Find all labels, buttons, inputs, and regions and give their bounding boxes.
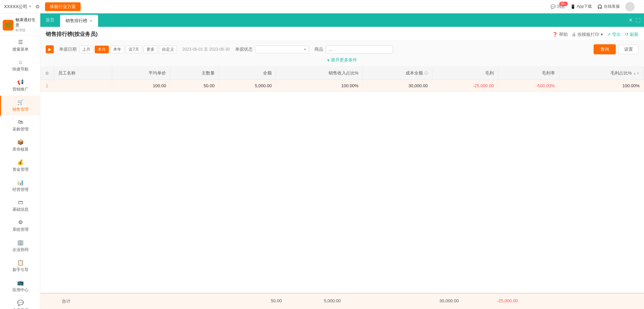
footer-gross-rate [522,296,581,306]
export-icon: ↗ [607,32,611,37]
cell-name [54,80,112,92]
message-button[interactable]: 💬 消息 99+ [551,4,565,9]
col-settings[interactable]: ⚙ [40,67,54,80]
table-footer: 合计 50.00 5,000.00 30,000.00 -25,000.00 [40,293,644,309]
refresh-label: 刷新 [630,32,639,38]
sidebar-label-guide: 新手引导 [12,267,29,273]
table-header-row: ⚙ 员工名称 平均单价 主数量 全额 销售收入占比% 成本全额 ⓘ 毛利 毛利率… [40,67,644,80]
col-name: 员工名称 [54,67,112,80]
message-icon: 💬 [551,4,556,9]
date-btn-7days[interactable]: 近7天 [126,46,142,53]
sidebar-item-quick-nav[interactable]: ⌂ 快捷导航 [0,56,40,75]
goods-label: 商品 [314,46,323,52]
export-button[interactable]: ↗ 导出 [607,32,621,38]
sidebar-item-search-order[interactable]: ☰ 搜索菜单 [0,36,40,56]
app-label: App下载 [577,4,592,9]
company-selector[interactable]: XXXXX公司 ▾ [4,4,31,10]
cell-rank: 1 [40,80,54,92]
template-print-button[interactable]: 🖨 按模板打印 ▾ [572,32,603,38]
sidebar-item-app-center[interactable]: 📺 应用中心 [0,276,40,296]
refresh-icon: ↺ [625,32,629,37]
sidebar-item-inventory[interactable]: 📦 库存核算 [0,136,40,156]
sidebar-item-basics[interactable]: 🗃 基础信息 [0,196,40,216]
date-btn-this-year[interactable]: 本年 [110,46,124,53]
page-title: 销售排行榜(按业务员) [46,31,98,38]
date-btn-last-month[interactable]: 上月 [79,46,93,53]
filter-setting-button[interactable]: 设置 [618,44,639,54]
footer-total: 5,000.00 [286,296,345,306]
sidebar-item-sales[interactable]: 🛒 销售管理 [0,96,40,116]
filter-goods: 商品 ... [314,45,393,54]
cell-sales-ratio: 100.00% [276,80,363,92]
refresh-button[interactable]: ↺ 刷新 [625,32,639,38]
help-label: 帮助 [559,32,568,38]
settings-icon[interactable]: ⚙ [35,4,40,10]
avatar[interactable] [625,2,635,11]
tab-close-icon[interactable]: ✕ [89,19,92,23]
footer-total-label: 合计 [58,296,168,306]
sidebar-label-search: 搜索菜单 [12,47,29,52]
sidebar-label-inventory: 库存核算 [12,147,29,152]
date-btn-more[interactable]: 更多 [143,46,158,53]
cost-info-icon[interactable]: ⓘ [424,71,428,75]
sidebar-label-sales: 销售管理 [12,107,29,112]
footer-gross-ratio [581,296,640,306]
sidebar-label-enterprise: 企业协同 [12,247,29,253]
col-cost-total: 成本全额 ⓘ [363,67,432,80]
table-area: ⚙ 员工名称 平均单价 主数量 全额 销售收入占比% 成本全额 ⓘ 毛利 毛利率… [40,67,644,293]
date-btn-this-month[interactable]: 本月 [95,46,109,53]
cell-gross-ratio: 100.00% [559,80,644,92]
tab-sales-rank-label: 销售排行榜 [66,18,87,24]
tab-close-all-icon[interactable]: ✕ [629,17,633,23]
sidebar-label-finance: 资金管理 [12,167,29,172]
tab-home-label: 首页 [46,17,54,23]
sidebar-logo: 🌿 畅康通好生意 标准版 [0,13,40,36]
content-area: 首页 销售排行榜 ✕ ✕ ⛶ 销售排行榜(按业务员) ❓ 帮助 [40,13,644,309]
sidebar-item-wechat[interactable]: 💬 企业微信 [0,296,40,309]
sidebar-label-wechat: 企业微信 [12,307,29,309]
filter-arrow-icon[interactable]: ▶ [46,45,54,53]
cell-gross: -25,000.00 [432,80,498,92]
top-bar-right: 💬 消息 99+ 📱 App下载 🎧 在线客服 [551,2,640,11]
sidebar-label-basics: 基础信息 [12,207,29,212]
help-button[interactable]: ❓ 帮助 [552,32,568,38]
footer-avg-price [168,296,227,306]
goods-select[interactable]: ... [326,45,393,54]
sidebar-item-enterprise[interactable]: 🏢 企业协同 [0,236,40,256]
query-button[interactable]: 查询 [594,44,616,54]
inventory-icon: 📦 [17,139,24,145]
sidebar-item-finance[interactable]: 💰 资金管理 [0,156,40,176]
sidebar-item-purchase[interactable]: 🛍 采购管理 [0,116,40,136]
template-print-label: 按模板打印 [577,32,599,38]
sidebar-item-operations[interactable]: 📊 经营管理 [0,176,40,196]
expand-icon: ▾ [327,58,330,63]
col-avg-price: 平均单价 [112,67,170,80]
service-button[interactable]: 🎧 在线客服 [597,4,620,9]
sidebar-item-system[interactable]: ⚙ 系统管理 [0,216,40,236]
trial-button[interactable]: 体验行业方案 [45,2,81,11]
expand-filters-button[interactable]: ▾ 展开更多条件 [327,57,357,63]
status-select[interactable]: ▾ [255,46,309,53]
tab-bar: 首页 销售排行榜 ✕ ✕ ⛶ [40,13,644,27]
sidebar-item-guide[interactable]: 📋 新手引导 [0,256,40,276]
status-label: 单据状态 [235,46,253,52]
filter-status: 单据状态 ▾ [235,46,309,53]
tab-expand-icon[interactable]: ⛶ [636,17,641,23]
table-row: 1 100.00 50.00 5,000.00 100.00% 30,000.0… [40,80,644,92]
sidebar: 🌿 畅康通好生意 标准版 ☰ 搜索菜单 ⌂ 快捷导航 📢 营销推广 🛒 销售管理… [0,13,40,309]
date-btn-custom[interactable]: 自定义 [159,46,177,53]
sidebar-item-marketing[interactable]: 📢 营销推广 [0,75,40,96]
basics-icon: 🗃 [18,199,23,205]
sidebar-label-app-center: 应用中心 [12,287,29,293]
app-download-button[interactable]: 📱 App下载 [570,4,592,9]
tab-sales-rank[interactable]: 销售排行榜 ✕ [60,15,98,27]
sidebar-label-quick-nav: 快捷导航 [12,66,29,72]
filter-right-actions: 查询 设置 [594,44,639,54]
marketing-icon: 📢 [17,79,24,85]
footer-sales-ratio [345,296,404,306]
col-total: 全额 [219,67,276,80]
tab-home[interactable]: 首页 [40,13,60,27]
page-header: 销售排行榜(按业务员) ❓ 帮助 🖨 按模板打印 ▾ ↗ 导出 [40,27,644,41]
col-sales-ratio: 销售收入占比% [276,67,363,80]
sort-icon[interactable]: ▲▼ [633,71,640,75]
